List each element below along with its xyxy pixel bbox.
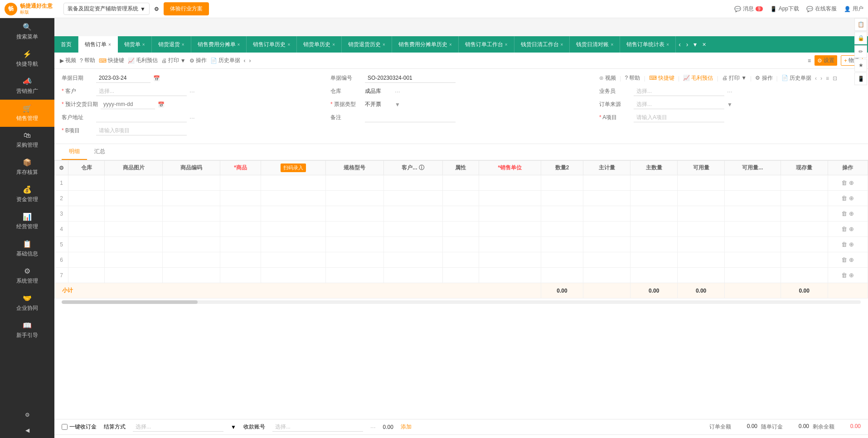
tab-order-workbench[interactable]: 销售订单工作台 × [459, 36, 514, 53]
right-panel-btn-1[interactable]: 📋 [854, 18, 867, 31]
delete-row-1[interactable]: 🗑 [841, 179, 847, 186]
history-btn[interactable]: 📄 历史单据 [210, 57, 240, 64]
tab-order-stats[interactable]: 销售订单统计表 × [620, 36, 676, 53]
online-support-btn[interactable]: 💬 在线客服 [806, 5, 837, 13]
one-click-collect-checkbox[interactable] [62, 424, 68, 430]
footer-add-btn[interactable]: 添加 [401, 423, 412, 431]
tab-close-sales-receipt-history[interactable]: × [332, 42, 335, 47]
sidebar-item-quicknav[interactable]: ⚡ 快捷导航 [0, 45, 54, 72]
sidebar-item-finance[interactable]: 💰 资金管理 [0, 181, 54, 208]
tab-sales-order[interactable]: 销售订单 × [78, 36, 118, 53]
tab-sales-return[interactable]: 销货退货 × [152, 36, 191, 53]
profit-toolbar-btn[interactable]: 📈 毛利预估 [683, 74, 713, 82]
payment-method-select[interactable] [133, 422, 223, 432]
app-download-btn[interactable]: 📱 App下载 [770, 5, 799, 13]
grid-btn[interactable]: ≡ [826, 75, 829, 82]
copy-row-6[interactable]: ⊕ [849, 256, 854, 263]
tab-expense-history[interactable]: 销售费用分摊单历史 × [392, 36, 459, 53]
tab-menu-btn[interactable]: ▾ [691, 41, 699, 48]
b-project-input[interactable] [96, 126, 187, 135]
bill-date-input[interactable] [96, 73, 150, 83]
operation-btn[interactable]: ⚙ 操作 [189, 57, 207, 64]
order-source-dropdown[interactable]: ▼ [727, 101, 732, 108]
staff-more-btn[interactable]: ··· [727, 88, 732, 95]
tab-sales-receipt-history[interactable]: 销货单历史 × [297, 36, 342, 53]
tab-prev-btn[interactable]: ‹ [676, 41, 684, 48]
nav-next-btn[interactable]: › [249, 58, 251, 64]
message-btn[interactable]: 💬 消息 9 [734, 5, 763, 13]
settings-icon[interactable]: ⚙ [154, 6, 159, 12]
tab-sales-receipt[interactable]: 销货单 × [118, 36, 152, 53]
customer-input[interactable] [96, 87, 187, 96]
horizontal-scrollbar[interactable] [62, 300, 861, 304]
tab-close-sales-expense[interactable]: × [238, 42, 240, 47]
solution-button[interactable]: 体验行业方案 [164, 2, 209, 15]
tab-close-sales-order[interactable]: × [108, 42, 111, 47]
profit-forecast-btn[interactable]: 📈 毛利预估 [128, 57, 158, 64]
copy-row-4[interactable]: ⊕ [849, 226, 854, 232]
tab-sales-return-history[interactable]: 销货退货历史 × [342, 36, 392, 53]
right-panel-btn-3[interactable]: ✏ [854, 45, 867, 58]
delete-row-2[interactable]: 🗑 [841, 195, 847, 202]
tab-close-sales-return[interactable]: × [182, 42, 184, 47]
history-toolbar-btn[interactable]: 📄 历史单据 [781, 74, 811, 82]
sidebar-item-operations[interactable]: 📊 经营管理 [0, 208, 54, 235]
receipt-account-input[interactable] [272, 422, 363, 432]
tab-close-sales-order-history[interactable]: × [287, 42, 290, 47]
remark-input[interactable] [365, 113, 456, 122]
tab-daily-reconcile[interactable]: 钱货日清对账 × [570, 36, 620, 53]
operation-toolbar-btn[interactable]: ⚙ 操作 [755, 74, 772, 82]
tab-sales-expense[interactable]: 销售费用分摊单 × [191, 36, 247, 53]
sidebar-collapse-btn[interactable]: ◀ [0, 423, 54, 438]
help-toolbar-btn[interactable]: ? 帮助 [625, 74, 640, 82]
tab-sales-order-history[interactable]: 销售订单历史 × [247, 36, 297, 53]
delete-row-4[interactable]: 🗑 [841, 226, 847, 232]
delete-row-6[interactable]: 🗑 [841, 256, 847, 263]
address-more-btn[interactable]: ··· [189, 114, 195, 121]
invoice-dropdown-icon[interactable]: ▼ [395, 101, 400, 108]
warehouse-more-btn[interactable]: ··· [395, 88, 400, 95]
full-screen-btn[interactable]: ⊡ [833, 75, 837, 82]
inner-tab-detail[interactable]: 明细 [62, 144, 87, 160]
sidebar-item-sales[interactable]: 🛒 销售管理 [0, 100, 54, 127]
delivery-date-input[interactable] [101, 100, 155, 109]
tab-next-btn[interactable]: › [684, 41, 691, 48]
copy-row-2[interactable]: ⊕ [849, 195, 854, 202]
payment-method-dropdown[interactable]: ▼ [231, 424, 236, 430]
user-menu[interactable]: 👤 用户 [844, 5, 863, 13]
copy-row-1[interactable]: ⊕ [849, 179, 854, 186]
nav-left-btn[interactable]: ‹ [815, 75, 817, 82]
staff-input[interactable] [634, 87, 724, 96]
sidebar-item-enterprise[interactable]: 🤝 企业协同 [0, 289, 54, 317]
delete-row-7[interactable]: 🗑 [841, 272, 847, 279]
sidebar-item-basic[interactable]: 📋 基础信息 [0, 235, 54, 262]
col-scan[interactable]: 扫码录入 [261, 161, 325, 175]
delete-row-5[interactable]: 🗑 [841, 241, 847, 248]
calendar-icon[interactable]: 📅 [153, 75, 160, 82]
right-panel-btn-2[interactable]: 🔒 [854, 32, 867, 44]
sidebar-item-purchase[interactable]: 🛍 采购管理 [0, 127, 54, 154]
nav-right-btn[interactable]: › [820, 75, 822, 82]
delivery-calendar-icon[interactable]: 📅 [158, 101, 165, 108]
tab-close-sales-receipt[interactable]: × [142, 42, 145, 47]
order-source-input[interactable] [634, 100, 724, 109]
customer-more-btn[interactable]: ··· [189, 88, 195, 95]
sidebar-item-marketing[interactable]: 📣 营销推广 [0, 72, 54, 100]
tab-home[interactable]: 首页 [54, 36, 78, 53]
copy-row-3[interactable]: ⊕ [849, 210, 854, 217]
grid-view-btn[interactable]: ≡ [808, 55, 811, 66]
tab-daily-workbench[interactable]: 钱货日清工作台 × [514, 36, 570, 53]
delete-row-3[interactable]: 🗑 [841, 210, 847, 217]
view-btn[interactable]: ▶ 视频 [60, 57, 76, 64]
right-panel-btn-4[interactable]: ★ [854, 59, 867, 72]
receipt-more-btn[interactable]: ··· [370, 424, 376, 431]
print-toolbar-btn[interactable]: 🖨 打印 ▼ [722, 74, 747, 82]
shortcut-btn[interactable]: ⌨ 快捷键 [99, 57, 124, 64]
print-btn[interactable]: 🖨 打印 ▼ [161, 57, 186, 64]
sidebar-settings-btn[interactable]: ⚙ [0, 407, 54, 423]
sidebar-item-search[interactable]: 🔍 搜索菜单 [0, 18, 54, 45]
copy-row-7[interactable]: ⊕ [849, 272, 854, 279]
copy-row-5[interactable]: ⊕ [849, 241, 854, 248]
system-name-selector[interactable]: 装备及固定资产辅助管理系统 ▼ [63, 3, 150, 15]
col-settings[interactable]: ⚙ [55, 161, 68, 175]
